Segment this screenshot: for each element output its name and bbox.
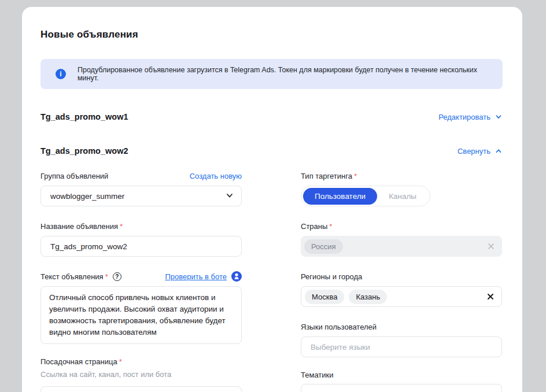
ad-name-label: Название объявления*	[40, 222, 123, 231]
languages-label: Языки пользователей	[301, 323, 377, 331]
toggle-option-users[interactable]: Пользователи	[303, 188, 377, 205]
form-left-column: Группа объявлений Создать новую wowblogg…	[40, 171, 242, 392]
chevron-down-icon	[225, 191, 234, 202]
regions-field: Регионы и города Москва Казань	[301, 272, 502, 307]
ad-group-label: Группа объявлений	[40, 172, 108, 180]
ad-name-field: Название объявления* Tg_ads_promo_wow2	[40, 221, 242, 257]
ad-text-label: Текст объявления*	[40, 272, 108, 281]
collapse-link[interactable]: Свернуть	[458, 147, 503, 156]
languages-field: Языки пользователей Выберите языки	[301, 322, 502, 357]
page-title: Новые объявления	[40, 29, 503, 40]
required-mark: *	[119, 357, 122, 366]
targeting-type-toggle: Пользователи Каналы	[301, 186, 430, 206]
required-mark: *	[105, 272, 108, 281]
country-tag: Россия	[304, 239, 343, 254]
clear-countries-icon[interactable]	[487, 242, 495, 250]
create-new-group-link[interactable]: Создать новую	[190, 172, 242, 180]
bot-icon[interactable]	[231, 271, 242, 282]
ad-group-select-value: wowblogger_summer	[50, 192, 124, 201]
edit-link-label: Редактировать	[438, 113, 490, 121]
targeting-type-field: Тип таргетинга* Пользователи Каналы	[301, 171, 502, 206]
form-right-column: Тип таргетинга* Пользователи Каналы Стра…	[301, 171, 502, 392]
ad-section-collapsed: Tg_ads_promo_wow1 Редактировать	[40, 112, 503, 121]
countries-field: Страны* Россия	[301, 221, 502, 257]
ad-text-textarea[interactable]: Отличный способ привлечь новых клиентов …	[40, 286, 242, 344]
languages-input[interactable]: Выберите языки	[301, 336, 502, 357]
chevron-up-icon	[495, 147, 503, 155]
regions-input[interactable]: Москва Казань	[301, 286, 502, 307]
ad-group-field: Группа объявлений Создать новую wowblogg…	[40, 171, 242, 206]
required-mark: *	[354, 172, 357, 180]
help-icon[interactable]: ?	[113, 272, 121, 281]
region-tag[interactable]: Казань	[349, 290, 387, 304]
chevron-down-icon	[495, 113, 503, 121]
clear-regions-icon[interactable]	[486, 293, 495, 301]
info-icon: i	[56, 69, 66, 79]
regions-label: Регионы и города	[301, 272, 362, 281]
languages-placeholder: Выберите языки	[311, 343, 370, 352]
ad-section-expanded: Tg_ads_promo_wow2 Свернуть	[40, 146, 503, 156]
landing-page-label: Посадочная страница*	[40, 357, 122, 366]
ad-section-title: Tg_ads_promo_wow2	[40, 146, 128, 156]
banner-text: Продублированное объявление загрузится в…	[78, 66, 493, 82]
ad-form: Группа объявлений Создать новую wowblogg…	[40, 171, 503, 392]
countries-label: Страны*	[301, 222, 332, 231]
toggle-option-channels[interactable]: Каналы	[377, 188, 428, 205]
check-in-bot-link[interactable]: Проверить в боте	[165, 272, 227, 281]
required-mark: *	[120, 222, 123, 231]
ad-text-field: Текст объявления* ? Проверить в боте Отл…	[40, 272, 242, 344]
landing-page-hint: Ссылка на сайт, канал, пост или бота	[40, 370, 242, 379]
topics-input[interactable]	[301, 384, 502, 392]
region-tag[interactable]: Москва	[305, 290, 344, 304]
required-mark: *	[329, 222, 332, 231]
ad-section-title: Tg_ads_promo_wow1	[40, 112, 128, 121]
topics-field: Тематики	[301, 370, 502, 392]
targeting-type-label: Тип таргетинга*	[301, 172, 357, 180]
ad-name-value: Tg_ads_promo_wow2	[50, 242, 127, 251]
main-card: Новые объявления i Продублированное объя…	[22, 7, 522, 392]
edit-link[interactable]: Редактировать	[438, 113, 503, 121]
ad-name-input[interactable]: Tg_ads_promo_wow2	[40, 236, 242, 257]
collapse-link-label: Свернуть	[458, 147, 490, 156]
landing-page-field: Посадочная страница* Ссылка на сайт, кан…	[40, 357, 242, 392]
ad-group-select[interactable]: wowblogger_summer	[40, 186, 242, 206]
info-banner: i Продублированное объявление загрузится…	[40, 59, 503, 89]
topics-label: Тематики	[301, 371, 334, 379]
countries-input[interactable]: Россия	[301, 236, 502, 257]
landing-page-input[interactable]: t.me/wowblogger	[40, 386, 242, 392]
